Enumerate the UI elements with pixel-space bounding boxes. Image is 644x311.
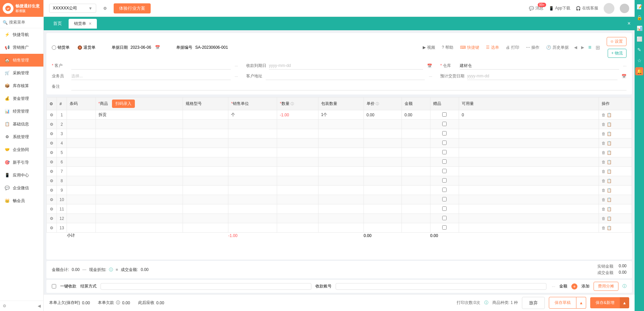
tab-close-icon[interactable]: ×: [89, 21, 91, 26]
method-input[interactable]: [101, 283, 311, 290]
delete-icon[interactable]: 🗑: [602, 216, 606, 221]
user-avatar-2[interactable]: [620, 4, 629, 13]
row-barcode-cell[interactable]: [67, 214, 96, 223]
sidebar-item-enterprise[interactable]: 🤝 企业协同: [0, 143, 43, 156]
delete-icon[interactable]: 🗑: [602, 160, 606, 164]
row-unit-cell[interactable]: [228, 204, 277, 214]
row-amount-cell[interactable]: [402, 223, 430, 233]
select-btn[interactable]: ☰ 选单: [485, 43, 500, 52]
salesperson-input[interactable]: [71, 72, 231, 80]
message-button[interactable]: 💬 消息 99+: [529, 5, 543, 11]
dots-icon[interactable]: ···: [552, 284, 555, 289]
row-amount-cell[interactable]: 0.00: [402, 110, 430, 120]
row-qty-cell[interactable]: [277, 204, 318, 214]
scan-button[interactable]: 扫码录入: [112, 100, 135, 108]
customer-input[interactable]: [71, 62, 231, 70]
sidebar-item-purchase[interactable]: 🛒 采购管理: [0, 67, 43, 79]
expense-button[interactable]: 费用分摊: [594, 282, 618, 291]
row-amount-cell[interactable]: [402, 186, 430, 195]
row-amount-cell[interactable]: [402, 167, 430, 176]
row-product-cell[interactable]: [96, 157, 183, 167]
delete-icon[interactable]: 🗑: [602, 141, 606, 146]
row-pkg-qty-cell[interactable]: [318, 223, 364, 233]
delete-icon[interactable]: 🗑: [602, 179, 606, 183]
row-product-cell[interactable]: [96, 176, 183, 186]
sidebar-item-app-center[interactable]: 📱 应用中心: [0, 169, 43, 182]
panel-btn-6[interactable]: ☆: [635, 56, 643, 65]
row-unit-cell[interactable]: [228, 186, 277, 195]
row-qty-cell[interactable]: [277, 186, 318, 195]
row-price-cell[interactable]: [364, 223, 402, 233]
sidebar-item-finance[interactable]: 💰 资金管理: [0, 92, 43, 105]
nav-prev-icon[interactable]: ◀: [574, 45, 577, 50]
row-barcode-cell[interactable]: [67, 223, 96, 233]
row-pkg-qty-cell[interactable]: [318, 195, 364, 204]
due-date-input[interactable]: [269, 62, 423, 70]
row-barcode-cell[interactable]: [67, 129, 96, 139]
expected-date-calendar-icon[interactable]: 📅: [621, 74, 627, 79]
app-download-button[interactable]: 📱 App下载: [549, 5, 570, 11]
row-amount-cell[interactable]: [402, 120, 430, 129]
row-amount-cell[interactable]: [402, 214, 430, 223]
salesperson-dots[interactable]: ···: [235, 74, 238, 79]
setting-button[interactable]: ⊙ 设置: [607, 37, 627, 46]
save-new-arrow-button[interactable]: ▲: [620, 297, 629, 308]
row-gift-cell[interactable]: [430, 157, 459, 167]
row-spec-cell[interactable]: [183, 195, 228, 204]
row-qty-cell[interactable]: [277, 120, 318, 129]
delete-icon[interactable]: 🗑: [602, 122, 606, 127]
row-barcode-cell[interactable]: [67, 167, 96, 176]
tab-home[interactable]: 首页: [48, 18, 67, 29]
due-date-calendar-icon[interactable]: 📅: [427, 64, 432, 68]
abandon-button[interactable]: 放弃: [522, 297, 545, 309]
row-pkg-qty-cell[interactable]: [318, 129, 364, 139]
copy-icon[interactable]: 📋: [607, 169, 612, 174]
delete-icon[interactable]: 🗑: [602, 169, 606, 174]
row-qty-cell[interactable]: [277, 176, 318, 186]
row-pkg-qty-cell[interactable]: [318, 148, 364, 157]
copy-icon[interactable]: 📋: [607, 113, 612, 117]
panel-btn-2[interactable]: 🔒: [635, 13, 643, 22]
history-btn[interactable]: 🕐 历史单据: [545, 43, 570, 52]
row-qty-cell[interactable]: [277, 148, 318, 157]
copy-icon[interactable]: 📋: [607, 197, 612, 202]
shortcut-btn[interactable]: ⌨ 快捷键: [459, 43, 481, 52]
row-barcode-cell[interactable]: [67, 195, 96, 204]
delete-icon[interactable]: 🗑: [602, 150, 606, 155]
row-spec-cell[interactable]: [183, 204, 228, 214]
sidebar-item-wechat[interactable]: 💬 企业微信: [0, 182, 43, 194]
add-payment-button[interactable]: +: [571, 283, 577, 289]
row-price-cell[interactable]: [364, 167, 402, 176]
row-price-cell[interactable]: [364, 186, 402, 195]
copy-icon[interactable]: 📋: [607, 216, 612, 221]
row-unit-cell[interactable]: [228, 223, 277, 233]
copy-icon[interactable]: 📋: [607, 131, 612, 136]
row-price-cell[interactable]: [364, 139, 402, 148]
gear-button[interactable]: ⚙: [100, 4, 110, 13]
panel-btn-1[interactable]: 📝: [635, 3, 643, 11]
nav-next-icon[interactable]: ▶: [581, 45, 584, 50]
row-barcode-cell[interactable]: [67, 186, 96, 195]
row-price-cell[interactable]: [364, 176, 402, 186]
row-unit-cell[interactable]: [228, 148, 277, 157]
row-pkg-qty-cell[interactable]: [318, 167, 364, 176]
row-product-cell[interactable]: [96, 223, 183, 233]
help-btn[interactable]: ? 帮助: [441, 43, 455, 52]
delete-icon[interactable]: 🗑: [602, 131, 606, 136]
row-product-cell[interactable]: [96, 167, 183, 176]
th-settings[interactable]: ⚙: [47, 98, 57, 110]
row-unit-cell[interactable]: [228, 167, 277, 176]
delete-icon[interactable]: 🗑: [602, 113, 606, 117]
row-gift-cell[interactable]: [430, 223, 459, 233]
row-barcode-cell[interactable]: [67, 157, 96, 167]
row-gift-cell[interactable]: [430, 139, 459, 148]
calendar-icon[interactable]: 📅: [155, 45, 160, 50]
delete-icon[interactable]: 🗑: [602, 197, 606, 202]
row-spec-cell[interactable]: [183, 148, 228, 157]
customer-dots[interactable]: ···: [235, 64, 238, 68]
row-product-cell[interactable]: [96, 195, 183, 204]
row-spec-cell[interactable]: [183, 157, 228, 167]
row-unit-cell[interactable]: 个: [228, 110, 277, 120]
save-draft-arrow-button[interactable]: ▲: [576, 297, 586, 309]
row-spec-cell[interactable]: [183, 110, 228, 120]
